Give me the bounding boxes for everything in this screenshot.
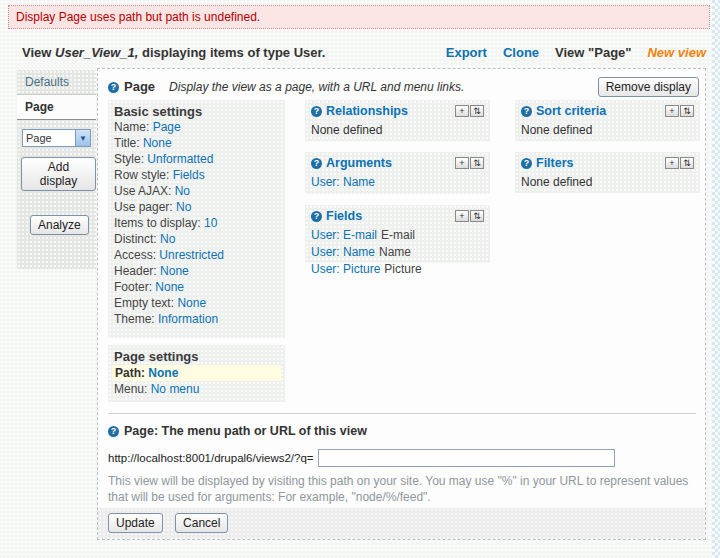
field-item-link[interactable]: User: E-mail <box>311 228 377 242</box>
help-icon[interactable]: ? <box>311 106 322 117</box>
path-form-title: ?Page: The menu path or URL of this view <box>108 424 367 438</box>
arguments-title-link[interactable]: Arguments <box>326 156 392 170</box>
remove-display-button[interactable]: Remove display <box>598 77 699 97</box>
display-type-select-value: Page <box>23 132 75 144</box>
setting-value-link[interactable]: Information <box>158 312 218 326</box>
setting-row-row-style: Row style: Fields <box>114 167 279 183</box>
setting-row-style: Style: Unformatted <box>114 151 279 167</box>
basic-settings-title: Basic settings <box>114 104 279 119</box>
add-icon[interactable]: + <box>665 157 679 169</box>
setting-value-link[interactable]: No <box>175 184 190 198</box>
help-icon[interactable]: ? <box>521 106 532 117</box>
export-link[interactable]: Export <box>446 45 487 60</box>
path-url-row: http://localhost:8001/drupal6/views2/?q= <box>108 449 615 467</box>
filters-empty-text: None defined <box>521 174 694 191</box>
setting-value-link[interactable]: None <box>143 136 172 150</box>
display-name: Page <box>124 79 155 94</box>
field-item-link[interactable]: User: Picture <box>311 262 380 276</box>
add-icon[interactable]: + <box>665 105 679 117</box>
view-page-label: View "Page" <box>555 45 631 60</box>
views-admin-page: Display Page uses path but path is undef… <box>0 0 720 558</box>
setting-row-title: Title: None <box>114 135 279 151</box>
path-setting-row: Path: None <box>112 365 281 381</box>
analyze-button[interactable]: Analyze <box>30 215 89 235</box>
menu-setting-row: Menu: No menu <box>114 381 279 397</box>
setting-row-theme: Theme: Information <box>114 311 279 327</box>
filters-title-link[interactable]: Filters <box>536 156 574 170</box>
error-text: Display Page uses path but path is undef… <box>16 10 260 24</box>
setting-value-link[interactable]: Page <box>153 120 181 134</box>
path-input[interactable] <box>318 449 615 467</box>
add-display-button[interactable]: Add display <box>21 157 96 191</box>
display-controls: Page ▼ Add display Analyze <box>17 120 96 269</box>
sort-criteria-title-link[interactable]: Sort criteria <box>536 104 606 118</box>
view-title-suffix: displaying items of type User. <box>138 45 325 60</box>
setting-row-name: Name: Page <box>114 119 279 135</box>
setting-value-link[interactable]: Fields <box>173 168 205 182</box>
add-icon[interactable]: + <box>455 105 469 117</box>
chevron-down-icon: ▼ <box>75 130 90 146</box>
sort-criteria-box: ?Sort criteria + ⇅ None defined <box>515 100 700 141</box>
view-action-links: Export Clone View "Page" New view <box>446 45 706 60</box>
help-icon[interactable]: ? <box>108 82 119 93</box>
add-icon[interactable]: + <box>455 157 469 169</box>
field-item: User: NameName <box>311 244 484 261</box>
add-icon[interactable]: + <box>455 210 469 222</box>
setting-row-header: Header: None <box>114 263 279 279</box>
setting-value-link[interactable]: Unformatted <box>147 152 213 166</box>
field-item: User: E-mailE-mail <box>311 227 484 244</box>
help-icon[interactable]: ? <box>108 426 119 437</box>
setting-value-link[interactable]: None <box>160 264 189 278</box>
view-title: View User_View_1, displaying items of ty… <box>22 45 326 60</box>
rearrange-icon[interactable]: ⇅ <box>680 157 694 169</box>
display-description: Display the view as a page, with a URL a… <box>169 80 464 94</box>
update-button[interactable]: Update <box>108 513 163 533</box>
display-settings-panel: ?PageDisplay the view as a page, with a … <box>97 68 706 540</box>
setting-value-link[interactable]: No <box>160 232 175 246</box>
page-settings-box: Page settings Path: None Menu: No menu <box>108 345 285 402</box>
fields-box: ?Fields + ⇅ User: E-mailE-mail User: Nam… <box>305 205 490 263</box>
filters-box: ?Filters + ⇅ None defined <box>515 152 700 193</box>
argument-item: User: Name <box>311 174 484 191</box>
new-view-link[interactable]: New view <box>647 45 706 60</box>
menu-value-link[interactable]: No menu <box>151 382 200 396</box>
form-actions: Update Cancel <box>98 508 705 539</box>
relationships-box: ?Relationships + ⇅ None defined <box>305 100 490 141</box>
path-value-link[interactable]: None <box>148 366 178 380</box>
tab-defaults[interactable]: Defaults <box>17 70 96 95</box>
tab-page[interactable]: Page <box>17 95 96 120</box>
help-icon[interactable]: ? <box>311 211 322 222</box>
setting-value-link[interactable]: None <box>177 296 206 310</box>
field-item-link[interactable]: User: Name <box>311 245 375 259</box>
url-prefix-label: http://localhost:8001/drupal6/views2/?q= <box>108 452 314 464</box>
field-item: User: PicturePicture <box>311 261 484 278</box>
display-type-select[interactable]: Page ▼ <box>22 129 91 147</box>
setting-value-link[interactable]: 10 <box>204 216 217 230</box>
setting-value-link[interactable]: None <box>155 280 184 294</box>
view-title-prefix: View <box>22 45 55 60</box>
help-icon[interactable]: ? <box>521 158 532 169</box>
setting-value-link[interactable]: No <box>176 200 191 214</box>
rearrange-icon[interactable]: ⇅ <box>470 210 484 222</box>
setting-row-use-ajax: Use AJAX: No <box>114 183 279 199</box>
setting-row-access: Access: Unrestricted <box>114 247 279 263</box>
rearrange-icon[interactable]: ⇅ <box>470 105 484 117</box>
relationships-title-link[interactable]: Relationships <box>326 104 408 118</box>
sort-criteria-empty-text: None defined <box>521 122 694 139</box>
rearrange-icon[interactable]: ⇅ <box>680 105 694 117</box>
setting-row-footer: Footer: None <box>114 279 279 295</box>
cancel-button[interactable]: Cancel <box>175 513 228 533</box>
argument-item-link[interactable]: User: Name <box>311 175 375 189</box>
help-icon[interactable]: ? <box>311 158 322 169</box>
setting-row-distinct: Distinct: No <box>114 231 279 247</box>
rearrange-icon[interactable]: ⇅ <box>470 157 484 169</box>
page-edge-strip <box>712 0 720 558</box>
setting-value-link[interactable]: Unrestricted <box>159 248 224 262</box>
section-divider <box>108 413 696 414</box>
path-help-text: This view will be displayed by visiting … <box>108 473 693 505</box>
clone-link[interactable]: Clone <box>503 45 539 60</box>
setting-row-use-pager: Use pager: No <box>114 199 279 215</box>
fields-title-link[interactable]: Fields <box>326 209 362 223</box>
view-title-bar: View User_View_1, displaying items of ty… <box>22 42 706 62</box>
setting-row-items-to-display: Items to display: 10 <box>114 215 279 231</box>
